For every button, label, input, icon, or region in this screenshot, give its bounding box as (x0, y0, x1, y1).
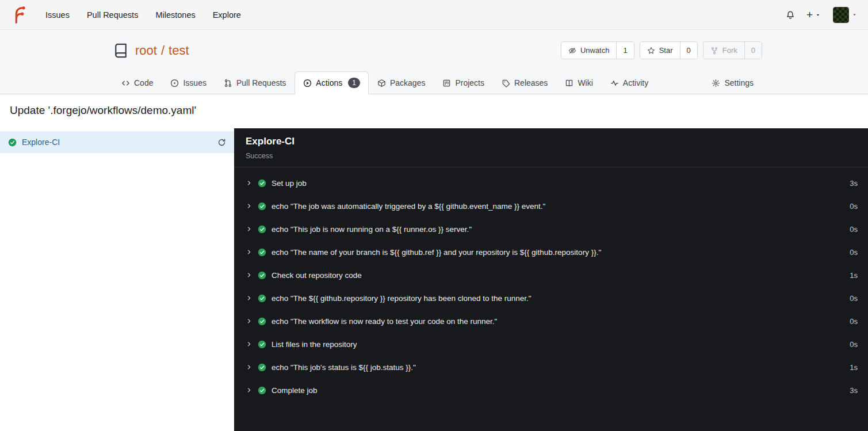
tab-actions[interactable]: Actions 1 (295, 71, 369, 94)
watch-button-group: Unwatch 1 (561, 41, 634, 59)
chevron-down-icon (815, 12, 821, 18)
nav-item-milestones[interactable]: Milestones (147, 0, 204, 30)
step-name: echo "The ${{ github.repository }} repos… (272, 294, 531, 303)
step-row[interactable]: echo "This job's status is ${{ job.statu… (234, 356, 868, 379)
chevron-right-icon (246, 180, 253, 186)
step-name: echo "The workflow is now ready to test … (272, 317, 497, 326)
chevron-right-icon (246, 341, 253, 348)
nav-links: Issues Pull Requests Milestones Explore (37, 0, 250, 30)
chevron-right-icon (246, 226, 253, 232)
step-name: echo "The name of your branch is ${{ git… (272, 248, 601, 257)
repo-title: root / test (135, 43, 189, 58)
repo-header: root / test Unwatch 1 Star 0 Fork 0 (0, 30, 868, 94)
step-duration: 0s (850, 225, 858, 234)
step-name: Set up job (272, 179, 307, 188)
step-name: echo "This job's status is ${{ job.statu… (272, 363, 416, 372)
job-log-panel: Explore-CI Success Set up job 3s echo "T… (234, 128, 868, 431)
issue-icon (170, 79, 179, 87)
step-row[interactable]: echo "This job is now running on a ${{ r… (234, 218, 868, 241)
step-name: Check out repository code (272, 271, 362, 280)
repo-name-link[interactable]: test (169, 43, 189, 58)
jobs-sidebar: Explore-CI (0, 128, 234, 431)
success-check-icon (258, 317, 266, 326)
chevron-down-icon (851, 12, 858, 18)
fork-label: Fork (722, 46, 737, 55)
step-name: List files in the repository (272, 340, 357, 349)
chevron-right-icon (246, 249, 253, 255)
chevron-right-icon (246, 387, 253, 394)
step-name: Complete job (272, 386, 318, 395)
nav-item-issues[interactable]: Issues (37, 0, 78, 30)
tab-activity[interactable]: Activity (602, 71, 657, 94)
star-button[interactable]: Star (640, 42, 680, 59)
step-row[interactable]: Complete job 3s (234, 379, 868, 402)
watch-count[interactable]: 1 (616, 42, 633, 59)
step-duration: 0s (850, 202, 858, 211)
tab-wiki[interactable]: Wiki (556, 71, 601, 94)
avatar (833, 7, 849, 23)
success-check-icon (258, 294, 266, 303)
steps-list: Set up job 3s echo "The job was automati… (234, 167, 868, 402)
tab-settings[interactable]: Settings (703, 71, 762, 94)
chevron-right-icon (246, 364, 253, 371)
step-name: echo "This job is now running on a ${{ r… (272, 225, 472, 234)
tab-issues[interactable]: Issues (162, 71, 215, 94)
step-duration: 0s (850, 294, 858, 303)
success-check-icon (258, 202, 266, 211)
unwatch-button[interactable]: Unwatch (561, 42, 617, 59)
repo-actions: Unwatch 1 Star 0 Fork 0 (561, 41, 762, 59)
star-count[interactable]: 0 (680, 42, 697, 59)
plus-icon: + (806, 9, 813, 21)
chevron-right-icon (246, 272, 253, 279)
repo-tabs: Code Issues Pull Requests Actions 1 Pack… (113, 71, 762, 94)
success-check-icon (8, 138, 17, 147)
step-row[interactable]: List files in the repository 0s (234, 333, 868, 356)
workflow-run-title: Update '.forgejo/workflows/demo.yaml' (10, 104, 196, 117)
job-item-explore-ci[interactable]: Explore-CI (0, 131, 234, 153)
nav-item-explore[interactable]: Explore (204, 0, 250, 30)
nav-item-pull-requests[interactable]: Pull Requests (78, 0, 147, 30)
success-check-icon (258, 248, 266, 257)
tab-releases[interactable]: Releases (493, 71, 556, 94)
fork-icon (710, 47, 718, 55)
fork-button[interactable]: Fork (703, 42, 744, 59)
tab-projects[interactable]: Projects (434, 71, 493, 94)
repo-owner-link[interactable]: root (135, 43, 157, 58)
create-new-button[interactable]: + (806, 9, 821, 21)
tab-pull-requests[interactable]: Pull Requests (215, 71, 295, 94)
success-check-icon (258, 340, 266, 349)
repo-icon (113, 43, 129, 59)
code-icon (121, 79, 130, 87)
repo-slash: / (161, 43, 165, 58)
actions-count-badge: 1 (348, 78, 360, 88)
step-row[interactable]: echo "The ${{ github.repository }} repos… (234, 287, 868, 310)
tab-code[interactable]: Code (113, 71, 162, 94)
step-name: echo "The job was automatically triggere… (272, 202, 545, 211)
pulse-icon (610, 79, 619, 87)
book-icon (565, 79, 573, 87)
step-row[interactable]: echo "The name of your branch is ${{ git… (234, 241, 868, 264)
success-check-icon (258, 271, 266, 280)
step-row[interactable]: echo "The workflow is now ready to test … (234, 310, 868, 333)
chevron-right-icon (246, 318, 253, 325)
tab-packages[interactable]: Packages (369, 71, 434, 94)
tag-icon (502, 79, 510, 87)
step-duration: 1s (850, 271, 858, 280)
step-duration: 3s (850, 386, 858, 395)
gear-icon (712, 79, 720, 87)
chevron-right-icon (246, 295, 253, 302)
forgejo-logo-icon[interactable] (10, 6, 28, 24)
notifications-bell-icon[interactable] (786, 10, 795, 20)
step-row[interactable]: Check out repository code 1s (234, 264, 868, 287)
fork-count[interactable]: 0 (744, 42, 762, 59)
rerun-job-icon[interactable] (217, 138, 226, 147)
play-circle-icon (303, 79, 312, 87)
top-navbar: Issues Pull Requests Milestones Explore … (0, 0, 868, 30)
job-panel-header: Explore-CI Success (234, 128, 868, 167)
success-check-icon (258, 363, 266, 372)
step-row[interactable]: echo "The job was automatically triggere… (234, 194, 868, 218)
user-menu[interactable] (833, 7, 858, 23)
step-duration: 0s (850, 340, 858, 349)
step-row[interactable]: Set up job 3s (234, 171, 868, 194)
pull-request-icon (224, 79, 232, 87)
